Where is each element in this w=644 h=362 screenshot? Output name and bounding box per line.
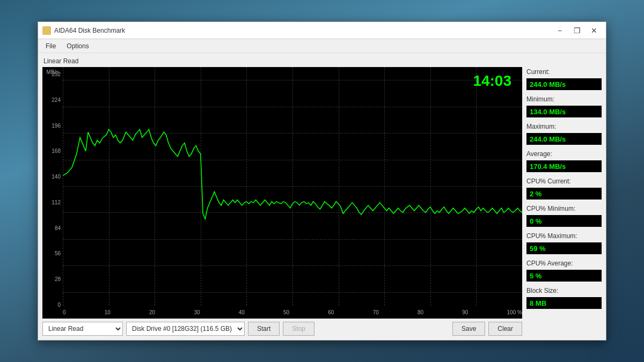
y-label-224: 224 [45, 97, 61, 103]
close-button[interactable]: ✕ [587, 25, 602, 36]
window-controls: − ❐ ✕ [552, 25, 602, 36]
save-button[interactable]: Save [452, 322, 485, 336]
x-label-100: 100 % [507, 309, 522, 315]
cpu-average-value: 5 % [526, 270, 602, 282]
y-label-0: 0 [45, 302, 61, 308]
left-panel: Linear Read MB/s 252 224 196 168 140 112… [42, 57, 522, 336]
main-window: AIDA64 Disk Benchmark − ❐ ✕ File Options… [38, 21, 606, 341]
menu-options[interactable]: Options [61, 41, 94, 51]
x-label-90: 90 [462, 309, 468, 315]
start-button[interactable]: Start [248, 322, 280, 336]
restore-button[interactable]: ❐ [569, 25, 584, 36]
cpu-minimum-label: CPU% Minimum: [526, 205, 602, 212]
right-panel: Current: 244.0 MB/s Minimum: 134.0 MB/s … [526, 57, 602, 336]
y-label-168: 168 [45, 148, 61, 154]
y-label-196: 196 [45, 123, 61, 129]
x-label-30: 30 [194, 309, 200, 315]
x-label-20: 20 [149, 309, 155, 315]
maximum-label: Maximum: [526, 123, 602, 130]
cpu-minimum-value: 0 % [526, 215, 602, 227]
maximum-value: 244.0 MB/s [526, 133, 602, 145]
minimize-button[interactable]: − [552, 25, 567, 36]
cpu-maximum-label: CPU% Maximum: [526, 232, 602, 240]
stop-button[interactable]: Stop [283, 322, 314, 336]
y-label-112: 112 [45, 200, 61, 205]
window-title: AIDA64 Disk Benchmark [54, 27, 552, 34]
cpu-current-label: CPU% Current: [526, 178, 602, 185]
cpu-average-label: CPU% Average: [526, 260, 602, 267]
clear-button[interactable]: Clear [488, 322, 522, 336]
x-label-50: 50 [283, 309, 289, 315]
bottom-controls: Linear Read Linear Write Random Read Ran… [42, 319, 522, 336]
cpu-maximum-value: 59 % [526, 242, 602, 254]
x-label-80: 80 [418, 309, 423, 315]
x-label-10: 10 [105, 309, 111, 315]
title-bar: AIDA64 Disk Benchmark − ❐ ✕ [38, 22, 606, 39]
x-label-60: 60 [328, 309, 334, 315]
average-label: Average: [526, 150, 602, 158]
drive-select[interactable]: Disk Drive #0 [128G32] (116.5 GB) [126, 322, 245, 336]
average-value: 170.4 MB/s [526, 160, 602, 172]
x-label-40: 40 [239, 309, 245, 315]
app-icon [42, 26, 51, 35]
block-size-value: 8 MB [526, 297, 602, 309]
content-area: Linear Read MB/s 252 224 196 168 140 112… [38, 53, 606, 340]
y-label-28: 28 [45, 276, 61, 282]
chart-svg [63, 67, 522, 306]
menu-bar: File Options [38, 39, 606, 53]
x-axis: 0 10 20 30 40 50 60 70 80 90 100 % [63, 306, 522, 319]
current-label: Current: [526, 68, 602, 76]
chart-area: 14:03 [63, 67, 522, 306]
cpu-current-value: 2 % [526, 188, 602, 200]
chart-container: MB/s 252 224 196 168 140 112 84 56 28 0 [42, 67, 522, 319]
test-type-select[interactable]: Linear Read Linear Write Random Read Ran… [42, 322, 123, 336]
y-label-252: 252 [45, 71, 61, 77]
menu-file[interactable]: File [40, 41, 61, 51]
y-label-56: 56 [45, 250, 61, 256]
y-axis: 252 224 196 168 140 112 84 56 28 0 [42, 67, 63, 319]
y-label-84: 84 [45, 225, 61, 231]
current-value: 244.0 MB/s [526, 78, 602, 90]
chart-title: Linear Read [42, 57, 522, 65]
block-size-label: Block Size: [526, 287, 602, 294]
x-label-0: 0 [63, 309, 66, 315]
x-label-70: 70 [373, 309, 379, 315]
y-label-140: 140 [45, 174, 61, 180]
minimum-label: Minimum: [526, 95, 602, 103]
minimum-value: 134.0 MB/s [526, 106, 602, 117]
